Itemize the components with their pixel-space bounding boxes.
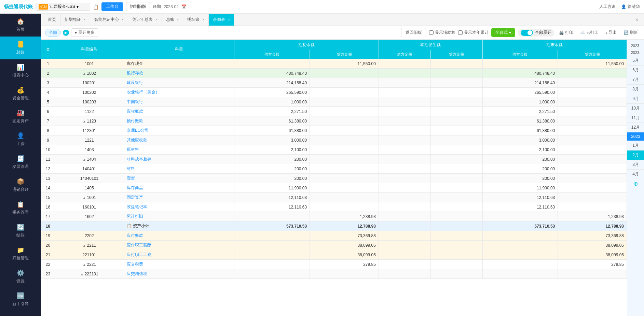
- cloud-print-btn[interactable]: ☁️ 云打印: [578, 29, 601, 37]
- account-link[interactable]: 农业银行（美金）: [127, 90, 160, 95]
- row-name[interactable]: 固定资产: [124, 193, 234, 202]
- account-link[interactable]: 应交税费: [127, 262, 143, 267]
- account-link[interactable]: 材料成本差异: [127, 157, 151, 161]
- tab-voucher-summary[interactable]: 凭证汇总表 ×: [128, 14, 162, 26]
- month-1[interactable]: 1月: [627, 141, 644, 150]
- tab-voucher-summary-close[interactable]: ×: [155, 18, 157, 21]
- user-info[interactable]: 👤 徐涟华: [621, 4, 640, 10]
- row-name[interactable]: 建设银行: [124, 78, 234, 88]
- month-3[interactable]: 3月: [627, 160, 644, 170]
- account-link[interactable]: 建设银行: [127, 80, 143, 85]
- row-name[interactable]: 壹蛋: [124, 174, 234, 183]
- month-12[interactable]: 12月: [627, 123, 644, 132]
- switch-btn[interactable]: 切到旧版: [126, 2, 150, 11]
- tab-general-ledger-close[interactable]: ×: [177, 18, 179, 21]
- row-name[interactable]: 应交税费: [124, 260, 234, 269]
- company-selector[interactable]: 劣副 江西股金-LSS ▾: [36, 3, 90, 11]
- sidebar-item-ledger[interactable]: 📒 总账: [0, 37, 41, 59]
- account-link[interactable]: 材料: [127, 166, 135, 171]
- account-link[interactable]: 应收账款: [127, 109, 143, 114]
- row-name[interactable]: 胶提笔记本: [124, 202, 234, 212]
- full-style-btn[interactable]: 全账式 ▾: [491, 28, 515, 37]
- refresh-btn[interactable]: 🔃 刷新: [621, 29, 640, 37]
- row-name[interactable]: 材料: [124, 164, 234, 174]
- calendar-icon[interactable]: 📅: [181, 4, 187, 9]
- work-btn[interactable]: 工作台: [101, 2, 123, 11]
- row-name[interactable]: 应付账款: [124, 231, 234, 241]
- row-name[interactable]: 农业银行（美金）: [124, 88, 234, 97]
- account-link[interactable]: 固定资产: [127, 195, 143, 200]
- tab-smart-center-close[interactable]: ×: [122, 18, 124, 21]
- row-name[interactable]: 应付职工工资: [124, 250, 234, 260]
- row-name[interactable]: 原材料: [124, 145, 234, 155]
- filter-tag[interactable]: 全部: [45, 29, 61, 37]
- show-year-cumul-check[interactable]: [458, 30, 463, 35]
- tab-balance-sheet[interactable]: 余额表 ×: [209, 14, 234, 26]
- row-name[interactable]: 嘉属EU公司: [124, 126, 234, 135]
- account-link[interactable]: 原材料: [127, 147, 139, 152]
- sidebar-item-vip[interactable]: V 畅会员: [0, 311, 41, 316]
- month-4[interactable]: 4月: [627, 170, 644, 179]
- month-6[interactable]: 6月: [627, 66, 644, 75]
- month-7[interactable]: 7月: [627, 75, 644, 85]
- show-aux-checkbox[interactable]: 显示辅助算: [429, 30, 455, 35]
- account-link[interactable]: 累计折旧: [127, 214, 143, 219]
- month-2[interactable]: 2月: [627, 150, 644, 160]
- row-name[interactable]: 应付职工薪酬: [124, 241, 234, 250]
- expand-calendar-icon[interactable]: ⊕: [633, 181, 638, 187]
- month-10[interactable]: 10月: [627, 104, 644, 113]
- print-btn[interactable]: 🖨️ 打印: [557, 29, 575, 37]
- account-link[interactable]: 中国银行: [127, 99, 143, 104]
- sidebar-item-fixed[interactable]: 🏭 固定资产: [0, 105, 41, 128]
- sidebar-item-settle[interactable]: 🔄 结账: [0, 219, 41, 242]
- account-link[interactable]: 壹蛋: [127, 176, 135, 181]
- sidebar-item-salary[interactable]: 👤 工资: [0, 128, 41, 151]
- account-link[interactable]: 嘉属EU公司: [127, 128, 149, 133]
- sidebar-item-invoice[interactable]: 🧾 发票管理: [0, 151, 41, 174]
- sidebar-item-archive[interactable]: 📁 归档管理: [0, 242, 41, 265]
- row-name[interactable]: 银行存款: [124, 69, 234, 78]
- tab-add-voucher[interactable]: 新增凭证 ×: [60, 14, 90, 26]
- account-link[interactable]: 胶提笔记本: [127, 204, 147, 209]
- ai-service[interactable]: 人工咨询: [599, 4, 616, 10]
- filter-arrow[interactable]: ▶: [63, 30, 69, 36]
- row-name[interactable]: 预付账款: [124, 116, 234, 126]
- month-9[interactable]: 9月: [627, 94, 644, 104]
- month-11[interactable]: 11月: [627, 113, 644, 123]
- row-name[interactable]: 累计折旧: [124, 212, 234, 221]
- account-link[interactable]: 银行存款: [127, 71, 143, 75]
- account-link[interactable]: 其他应收款: [127, 138, 147, 142]
- month-8[interactable]: 8月: [627, 85, 644, 94]
- tab-detail-account[interactable]: 明细账 ×: [183, 14, 209, 26]
- row-name[interactable]: 库存商品: [124, 183, 234, 193]
- account-link[interactable]: 库存商品: [127, 185, 143, 190]
- back-to-old-btn[interactable]: 返回旧版: [401, 28, 426, 37]
- row-name[interactable]: 其他应收款: [124, 135, 234, 145]
- row-name[interactable]: 应交增值税: [124, 269, 234, 279]
- tab-home[interactable]: 首页: [44, 14, 60, 26]
- th-setting[interactable]: ⚙: [41, 40, 55, 59]
- show-year-cumul-checkbox[interactable]: 显示本年累计: [458, 30, 489, 35]
- sidebar-item-guide[interactable]: 🆕 新手引导: [0, 288, 41, 311]
- export-btn[interactable]: ↓ 导出: [603, 29, 619, 37]
- toggle-switch[interactable]: [521, 30, 533, 36]
- table-scroll[interactable]: ⚙ 科目编号 科目 期初余额 本期发生额 期末余额 借方金额 贷方金额 借方金额…: [41, 40, 627, 316]
- show-aux-check[interactable]: [429, 30, 434, 35]
- account-link[interactable]: 预付账款: [127, 118, 143, 123]
- sidebar-item-funds[interactable]: 💰 资金管理: [0, 82, 41, 105]
- tab-add-voucher-close[interactable]: ×: [84, 18, 86, 21]
- row-name[interactable]: 应收账款: [124, 107, 234, 116]
- tab-smart-center[interactable]: 智能凭证中心 ×: [90, 14, 128, 26]
- sidebar-item-tax[interactable]: 📋 税务管理: [0, 197, 41, 219]
- copy-icon[interactable]: 📋: [93, 4, 99, 10]
- tab-close-all[interactable]: ✕: [632, 17, 641, 22]
- expand-all-toggle[interactable]: 全部展开: [518, 29, 554, 37]
- account-link[interactable]: 应交增值税: [127, 271, 147, 276]
- account-link[interactable]: 应付职工薪酬: [127, 243, 151, 247]
- account-link[interactable]: 应付职工工资: [127, 252, 151, 257]
- row-name[interactable]: 中国银行: [124, 97, 234, 107]
- expand-btn[interactable]: ▾ 展开更多: [71, 28, 98, 37]
- account-link[interactable]: 应付账款: [127, 233, 143, 238]
- tab-detail-account-close[interactable]: ×: [202, 18, 204, 21]
- row-name[interactable]: 材料成本差异: [124, 155, 234, 164]
